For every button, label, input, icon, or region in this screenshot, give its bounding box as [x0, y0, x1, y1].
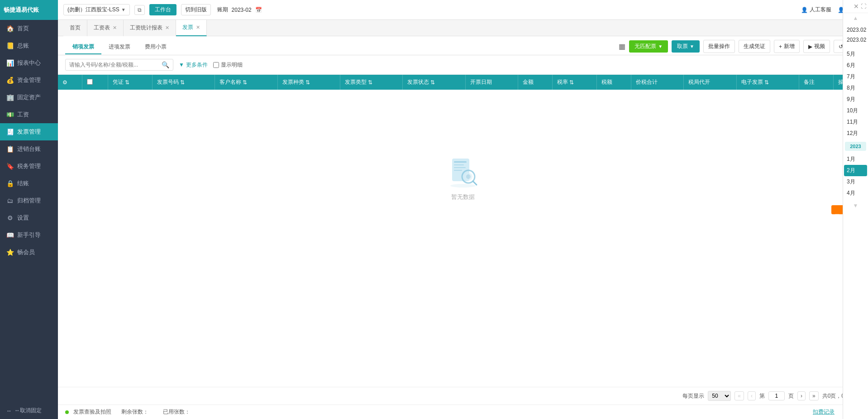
page-input[interactable] [768, 391, 785, 400]
get-ticket-button[interactable]: 取票 ▼ [672, 40, 700, 53]
sidebar-item-funds[interactable]: 💰 资金管理 [0, 72, 58, 89]
col-issue-date[interactable]: 开票日期 [465, 75, 518, 90]
date-month-7[interactable]: 7月 [844, 71, 867, 82]
col-voucher[interactable]: 凭证 ⇅ [108, 75, 153, 90]
tab-salary-stats[interactable]: 工资统计报表 ✕ [124, 20, 176, 36]
subtab-purchase-invoice[interactable]: 进项发票 [101, 40, 138, 54]
right-panel-close-icon[interactable]: ✕ [854, 3, 859, 10]
scroll-down-icon[interactable]: ▼ [843, 201, 868, 211]
right-date-panel: ✕ ⛶ ▲ 2023.02 2023.02 5月 6月 7月 8月 9月 10月… [843, 0, 868, 419]
tab-home[interactable]: 首页 [63, 20, 87, 36]
date-month-10[interactable]: 10月 [844, 105, 867, 116]
col-tax-rate[interactable]: 税率 ⇅ [553, 75, 597, 90]
col-remarks[interactable]: 备注 [799, 75, 833, 90]
get-ticket-label: 取票 [677, 43, 688, 50]
more-conditions-button[interactable]: ▼ 更多条件 [179, 61, 208, 69]
tab-invoice[interactable]: 发票 ✕ [176, 20, 207, 36]
col-amount[interactable]: 金额 [518, 75, 553, 90]
oldversion-button[interactable]: 切到旧版 [181, 4, 211, 15]
reports-icon: 📊 [6, 59, 14, 67]
show-detail-checkbox-wrap[interactable]: 显示明细 [213, 61, 243, 69]
service-button[interactable]: 👤 人工客服 [801, 6, 831, 14]
subtab-sales-invoice[interactable]: 销项发票 [65, 40, 101, 54]
no-match-label: 无匹配票 [634, 43, 656, 50]
prev-page-button[interactable]: ‹ [748, 391, 756, 400]
tab-salary-close[interactable]: ✕ [113, 25, 117, 31]
copy-button[interactable]: ⧉ [134, 5, 145, 15]
date-month-5[interactable]: 5月 [844, 48, 867, 60]
date-month-2023-02-b[interactable]: 2023.02 [844, 35, 867, 45]
sidebar-item-member[interactable]: ⭐ 畅会员 [0, 244, 58, 261]
sidebar-item-salary[interactable]: 💵 工资 [0, 106, 58, 123]
open-date-panel-button[interactable]: 开账日期 [831, 205, 843, 214]
sidebar-label-invoice: 发票管理 [17, 128, 41, 136]
per-page-select[interactable]: 20 50 100 [708, 391, 731, 401]
last-page-button[interactable]: » [809, 391, 819, 400]
date-month-9[interactable]: 9月 [844, 94, 867, 105]
sidebar-item-assets[interactable]: 🏢 固定资产 [0, 89, 58, 106]
grid-layout-icon[interactable]: ▦ [619, 42, 625, 51]
show-detail-checkbox[interactable] [213, 62, 219, 68]
date-month-2023-1[interactable]: 1月 [844, 154, 867, 165]
scroll-up-icon[interactable]: ▲ [843, 13, 868, 23]
filter-icon: ▼ [179, 62, 184, 68]
workspace-button[interactable]: 工作台 [149, 4, 176, 15]
col-settings[interactable]: ⚙ [58, 75, 82, 90]
sidebar-item-closing[interactable]: 🔒 结账 [0, 175, 58, 192]
col-invoice-class[interactable]: 发票类型 ⇅ [340, 75, 402, 90]
video-button[interactable]: ▶ 视频 [803, 40, 830, 53]
date-month-8[interactable]: 8月 [844, 82, 867, 94]
date-month-6[interactable]: 6月 [844, 60, 867, 71]
sidebar-item-tax[interactable]: 🔖 税务管理 [0, 158, 58, 175]
date-section-months-early: 5月 6月 7月 8月 9月 10月 11月 12月 [843, 47, 868, 141]
sidebar-item-ledger[interactable]: 📒 总账 [0, 37, 58, 54]
sidebar-item-invoice[interactable]: 🧾 发票管理 [0, 123, 58, 140]
tab-salary-stats-close[interactable]: ✕ [165, 25, 169, 31]
date-month-2023-02-a[interactable]: 2023.02 [844, 25, 867, 35]
deduction-link[interactable]: 扣费记录 [813, 408, 835, 416]
sidebar-label-tax: 税务管理 [17, 162, 41, 170]
sidebar-item-sales[interactable]: 📋 进销台账 [0, 140, 58, 158]
gen-voucher-button[interactable]: 生成凭证 [739, 40, 770, 53]
date-month-2023-2[interactable]: 2月 [844, 165, 867, 176]
sidebar-item-home[interactable]: 🏠 首页 [0, 20, 58, 37]
subtab-bar: 销项发票 进项发票 费用小票 ▦ 无匹配票 ▼ 取票 ▼ 批量 [58, 36, 868, 55]
sidebar-pin-btn[interactable]: ↔ ↔取消固定 [0, 402, 58, 419]
next-page-button[interactable]: › [797, 391, 806, 400]
col-e-invoice[interactable]: 电子发票 ⇅ [736, 75, 799, 90]
col-total-amount[interactable]: 价税合计 [631, 75, 683, 90]
invoice-table: ⚙ 凭证 ⇅ 发票号码 ⇅ 客户名称 ⇅ 发票种类 ⇅ 发票类型 ⇅ 发票状态 … [58, 75, 868, 265]
date-month-2023-4[interactable]: 4月 [844, 188, 867, 199]
date-section-2023: 1月 2月 3月 4月 [843, 152, 868, 201]
search-input[interactable] [69, 62, 160, 68]
calendar-icon[interactable]: 📅 [255, 7, 262, 13]
search-icon[interactable]: 🔍 [162, 61, 169, 68]
select-all-checkbox[interactable] [87, 79, 93, 85]
batch-ops-button[interactable]: 批量操作 [703, 40, 735, 53]
new-button[interactable]: + 新增 [774, 40, 800, 53]
date-month-12[interactable]: 12月 [844, 128, 867, 139]
sidebar-item-reports[interactable]: 📊 报表中心 [0, 54, 58, 72]
col-invoice-type[interactable]: 发票种类 ⇅ [277, 75, 340, 90]
sidebar-item-settings[interactable]: ⚙ 设置 [0, 209, 58, 226]
sidebar-item-archive[interactable]: 🗂 归档管理 [0, 192, 58, 209]
date-month-2023-3[interactable]: 3月 [844, 176, 867, 188]
tab-salary[interactable]: 工资表 ✕ [87, 20, 124, 36]
subtab-expense-ticket[interactable]: 费用小票 [138, 40, 174, 54]
company-selector[interactable]: (勿删）江西股宝-LSS ▼ [63, 4, 130, 15]
col-checkbox[interactable] [82, 75, 108, 90]
no-match-button[interactable]: 无匹配票 ▼ [629, 40, 668, 53]
first-page-button[interactable]: « [734, 391, 744, 400]
col-tax-code[interactable]: 税局代开 [684, 75, 736, 90]
col-customer[interactable]: 客户名称 ⇅ [215, 75, 277, 90]
date-month-11[interactable]: 11月 [844, 116, 867, 128]
col-tax-amount[interactable]: 税额 [596, 75, 631, 90]
svg-rect-4 [454, 167, 466, 168]
col-invoice-no[interactable]: 发票号码 ⇅ [152, 75, 215, 90]
sidebar: 畅捷通易代账 🏠 首页 📒 总账 📊 报表中心 💰 资金管理 🏢 固定资产 💵 … [0, 0, 58, 419]
right-panel-expand-icon[interactable]: ⛶ [861, 3, 866, 10]
col-invoice-status[interactable]: 发票状态 ⇅ [403, 75, 465, 90]
pagination-bar: 每页显示 20 50 100 « ‹ 第 页 › » 共0页，0条记录 [58, 387, 868, 405]
tab-invoice-close[interactable]: ✕ [196, 24, 200, 30]
sidebar-item-guide[interactable]: 📖 新手引导 [0, 226, 58, 244]
